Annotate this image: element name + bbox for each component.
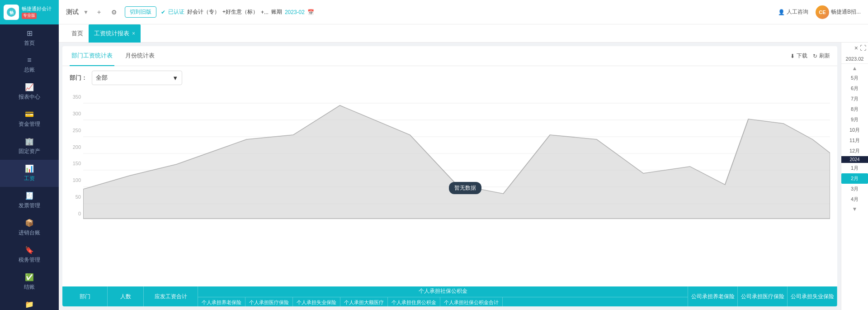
right-panel: × ⛶ 2023.02 ▲ 5月 6月 7月 8月 9月 10月 11月 12月… — [841, 43, 868, 310]
sidebar-item-purchase[interactable]: 📦 进销台账 — [0, 214, 59, 241]
purchase-icon: 📦 — [25, 219, 34, 227]
rp-date-display: 2023.02 — [841, 54, 868, 64]
sidebar-item-label: 进销台账 — [19, 229, 40, 237]
topbar-right: 👤 人工咨询 CE 畅捷通B招... — [778, 5, 861, 19]
dropdown-arrow-icon: ▼ — [172, 75, 178, 81]
col-total-social: 个人承担社保公积金合计 — [440, 297, 503, 307]
asset-icon: 🏢 — [25, 137, 34, 146]
col-group-header: 个人承担社保公积金 — [198, 286, 688, 297]
rp-year-2024: 2024 — [841, 156, 868, 163]
col-housing-fund: 个人承担住房公积金 — [388, 297, 440, 307]
chart-area: 350 300 250 200 150 100 50 0 — [62, 90, 837, 286]
switch-version-button[interactable]: 切到旧版 — [125, 6, 156, 18]
filterbar: 部门： 全部 ▼ — [62, 66, 837, 90]
ai-consult-label: 人工咨询 — [787, 8, 808, 16]
tab-close-icon[interactable]: × — [132, 30, 135, 37]
user-name: 畅捷通B招... — [831, 8, 861, 16]
rp-month-8[interactable]: 8月 — [841, 104, 868, 114]
dept-select[interactable]: 全部 ▼ — [92, 71, 182, 85]
bottom-table-header: 部门 人数 应发工资合计 个人承担社保公积金 个人承担养老保险 个人承担医疗保险… — [62, 286, 837, 306]
calendar-icon[interactable]: 📅 — [307, 9, 314, 15]
archive-icon: 📁 — [25, 300, 34, 309]
y-label-300: 300 — [70, 111, 81, 116]
tab-label: 工资统计报表 — [94, 29, 129, 38]
col-company-unemployment: 公司承担失业保险 — [788, 286, 837, 306]
sidebar-item-invoice[interactable]: 🧾 发票管理 — [0, 187, 59, 214]
sidebar-item-ledger[interactable]: ≡ 总账 — [0, 52, 59, 78]
col-company-medical: 公司承担医疗保险 — [738, 286, 788, 306]
panel-controls: × ⛶ — [854, 44, 866, 52]
sidebar-item-label: 税务管理 — [19, 256, 40, 264]
download-button[interactable]: ⬇ 下载 — [790, 52, 807, 60]
sidebar-item-label: 发票管理 — [19, 202, 40, 210]
y-label-100: 100 — [70, 177, 81, 183]
status-certified: 已认证 — [168, 8, 184, 16]
avatar: CE — [816, 5, 829, 19]
panel-expand-button[interactable]: ⛶ — [860, 44, 866, 52]
col-total-salary: 应发工资合计 — [144, 286, 198, 306]
rp-month-7[interactable]: 7月 — [841, 94, 868, 104]
topbar: 测试 ▼ ＋ ⚙ 切到旧版 ✔ 已认证 好会计（专） +好生意（标） +... … — [59, 0, 868, 24]
col-group-children: 个人承担养老保险 个人承担医疗保险 个人承担失业保险 个人承担大额医疗 个人承担… — [198, 297, 688, 307]
subtab-month[interactable]: 月份统计表 — [123, 46, 156, 66]
tab-home[interactable]: 首页 — [66, 24, 89, 43]
col-group-personal: 个人承担社保公积金 个人承担养老保险 个人承担医疗保险 个人承担失业保险 个人承… — [198, 286, 688, 306]
filter-value: 全部 — [96, 74, 108, 82]
content-body: 部门工资统计表 月份统计表 ⬇ 下载 ↻ 刷新 — [59, 43, 868, 310]
rp-month-10[interactable]: 10月 — [841, 125, 868, 135]
filter-label: 部门： — [70, 74, 87, 82]
y-axis-labels: 350 300 250 200 150 100 50 0 — [70, 94, 81, 225]
sidebar-item-tax[interactable]: 🔖 税务管理 — [0, 241, 59, 268]
rp-month-4[interactable]: 4月 — [841, 194, 868, 205]
refresh-button[interactable]: ↻ 刷新 — [813, 52, 830, 60]
rp-month-9[interactable]: 9月 — [841, 114, 868, 125]
invoice-icon: 🧾 — [25, 191, 34, 200]
settle-icon: ✅ — [25, 273, 34, 281]
ledger-icon: ≡ — [27, 56, 31, 64]
rp-month-6[interactable]: 6月 — [841, 83, 868, 94]
col-count: 人数 — [108, 286, 144, 306]
subtab-dept[interactable]: 部门工资统计表 — [70, 46, 114, 66]
y-label-150: 150 — [70, 161, 81, 166]
ai-consult-button[interactable]: 👤 人工咨询 — [778, 8, 808, 16]
sidebar-item-report[interactable]: 📈 报表中心 — [0, 78, 59, 105]
rp-month-1[interactable]: 1月 — [841, 163, 868, 173]
rp-month-3[interactable]: 3月 — [841, 184, 868, 194]
sidebar-item-salary[interactable]: 📊 工资 — [0, 160, 59, 187]
sidebar-item-label: 总账 — [24, 66, 35, 74]
sidebar: 畅 畅捷通好会计 专业版 ⊞ 首页 ≡ 总账 📈 报表中心 💳 资金管理 🏢 固… — [0, 0, 59, 310]
sidebar-item-settle[interactable]: ✅ 结账 — [0, 268, 59, 296]
report-icon: 📈 — [25, 83, 34, 91]
tab-salary-report[interactable]: 工资统计报表 × — [89, 24, 141, 43]
panel-close-button[interactable]: × — [854, 44, 858, 52]
settings-icon[interactable]: ⚙ — [108, 6, 120, 18]
col-major-medical: 个人承担大额医疗 — [340, 297, 388, 307]
y-label-0: 0 — [70, 211, 81, 216]
rp-month-11[interactable]: 11月 — [841, 135, 868, 146]
rp-up-arrow[interactable]: ▲ — [841, 64, 868, 73]
rp-month-12[interactable]: 12月 — [841, 146, 868, 156]
fund-icon: 💳 — [25, 110, 34, 119]
refresh-icon: ↻ — [813, 53, 817, 59]
rp-month-2-active[interactable]: 2月 — [841, 173, 868, 184]
sidebar-item-label: 固定资产 — [19, 148, 40, 155]
add-button[interactable]: ＋ — [93, 6, 105, 18]
content-panel: 部门工资统计表 月份统计表 ⬇ 下载 ↻ 刷新 — [62, 46, 837, 306]
rp-down-arrow[interactable]: ▼ — [841, 205, 868, 214]
rp-month-5[interactable]: 5月 — [841, 73, 868, 83]
topbar-title: 测试 — [66, 8, 79, 16]
chart-svg — [83, 94, 830, 230]
sidebar-item-fund[interactable]: 💳 资金管理 — [0, 105, 59, 133]
sidebar-item-home[interactable]: ⊞ 首页 — [0, 24, 59, 52]
download-label: 下载 — [797, 52, 807, 60]
status-accounting: 好会计（专） — [187, 8, 220, 16]
logo-text: 畅捷通好会计 专业版 — [22, 5, 52, 19]
y-label-350: 350 — [70, 94, 81, 100]
col-unemployment: 个人承担失业保险 — [293, 297, 340, 307]
sidebar-item-asset[interactable]: 🏢 固定资产 — [0, 133, 59, 160]
user-menu[interactable]: CE 畅捷通B招... — [816, 5, 861, 19]
salary-icon: 📊 — [25, 164, 34, 173]
y-label-200: 200 — [70, 144, 81, 150]
sidebar-item-archive[interactable]: 📁 归档管理 — [0, 296, 59, 310]
col-pension: 个人承担养老保险 — [198, 297, 245, 307]
